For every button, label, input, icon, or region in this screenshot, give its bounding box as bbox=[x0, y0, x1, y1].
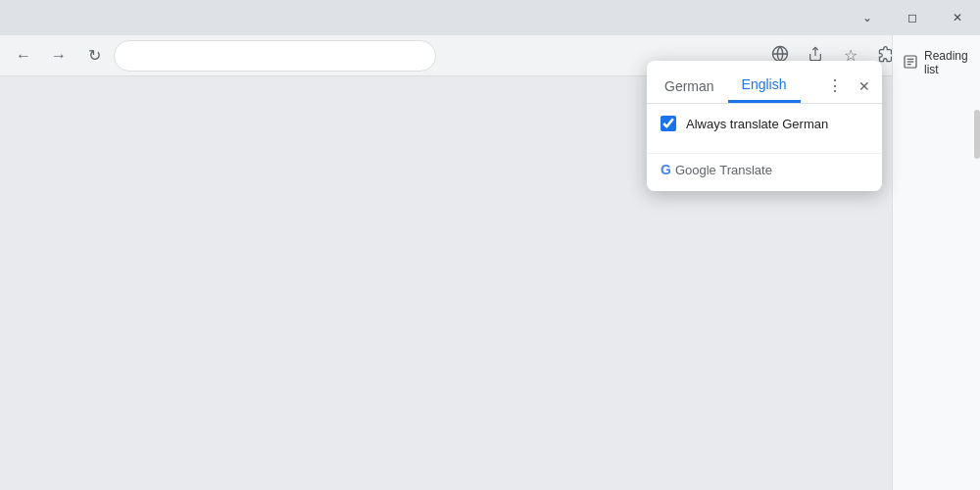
always-translate-row: Always translate German bbox=[661, 116, 868, 131]
translate-body: Always translate German bbox=[647, 104, 882, 153]
back-button[interactable]: ← bbox=[8, 40, 39, 72]
translate-popup-header: German English ⋮ ✕ bbox=[647, 61, 882, 103]
back-icon: ← bbox=[16, 47, 31, 65]
title-bar-controls: ⌄ ◻ ✕ bbox=[845, 0, 980, 35]
target-language-tab[interactable]: English bbox=[728, 69, 801, 103]
always-translate-label[interactable]: Always translate German bbox=[686, 117, 828, 131]
address-bar[interactable] bbox=[114, 40, 436, 72]
close-icon: ✕ bbox=[953, 11, 962, 24]
forward-icon: → bbox=[51, 47, 67, 65]
google-logo: G bbox=[661, 162, 671, 177]
translate-close-button[interactable]: ✕ bbox=[851, 73, 878, 100]
refresh-icon: ↻ bbox=[88, 46, 101, 65]
source-language-tab[interactable]: German bbox=[651, 71, 728, 102]
reading-list-item[interactable]: Reading list bbox=[893, 43, 980, 82]
reading-list-icon bbox=[903, 54, 918, 73]
scrollbar[interactable] bbox=[974, 110, 980, 159]
more-options-icon: ⋮ bbox=[827, 76, 843, 95]
reading-list-label: Reading list bbox=[924, 49, 970, 76]
translate-header-actions: ⋮ ✕ bbox=[821, 73, 878, 100]
minimize-button[interactable]: ⌄ bbox=[845, 0, 890, 35]
forward-button[interactable]: → bbox=[43, 40, 74, 72]
translate-popup: German English ⋮ ✕ Always translate Germ… bbox=[647, 61, 882, 191]
always-translate-checkbox[interactable] bbox=[661, 116, 676, 131]
reading-list-panel: Reading list bbox=[892, 35, 980, 490]
close-popup-icon: ✕ bbox=[858, 78, 870, 94]
close-button[interactable]: ✕ bbox=[935, 0, 980, 35]
restore-icon: ◻ bbox=[907, 11, 917, 24]
google-translate-button[interactable]: G Google Translate bbox=[661, 162, 772, 177]
minimize-icon: ⌄ bbox=[862, 11, 872, 24]
translate-footer: G Google Translate bbox=[647, 153, 882, 191]
translate-more-options-button[interactable]: ⋮ bbox=[821, 73, 849, 100]
google-translate-label: Google Translate bbox=[675, 163, 772, 177]
restore-button[interactable]: ◻ bbox=[890, 0, 935, 35]
title-bar: ⌄ ◻ ✕ bbox=[0, 0, 980, 35]
refresh-button[interactable]: ↻ bbox=[78, 40, 110, 72]
